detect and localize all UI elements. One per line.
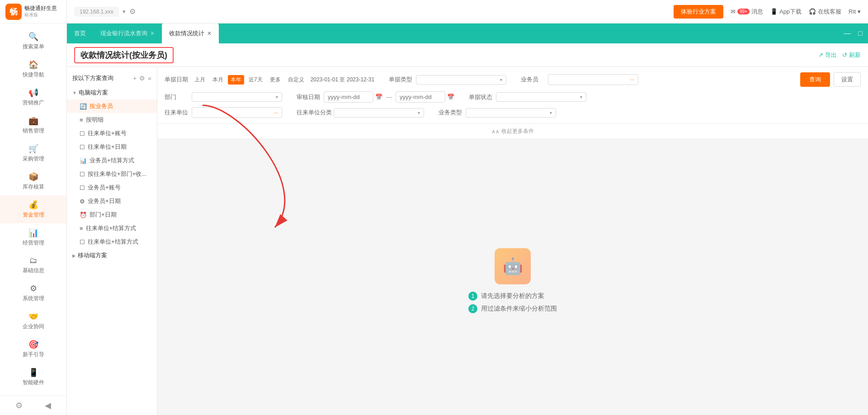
review-date-end[interactable] (396, 91, 445, 103)
sidebar-item-label: 库存核算 (23, 183, 44, 191)
tree-item-dept-date[interactable]: ⏰ 部门+日期 (67, 208, 157, 222)
calendar-end-icon[interactable]: 📅 (447, 94, 454, 100)
tree-item-by-salesperson[interactable]: 🔄 按业务员 (67, 99, 157, 113)
salesperson-select[interactable]: ··· (548, 74, 638, 85)
sidebar-item-operation[interactable]: 📊 经营管理 (0, 223, 66, 251)
sidebar-item-purchase[interactable]: 🛒 采购管理 (0, 139, 66, 167)
refresh-btn[interactable]: ↺ 刷新 (842, 51, 861, 59)
app-download-btn[interactable]: 📱 App下载 (770, 8, 802, 16)
sidebar-item-sales[interactable]: 💼 销售管理 (0, 111, 66, 139)
filter-btn-group: 查询 设置 (800, 72, 861, 87)
top-bar-left: 192.168.1.xxx ▾ ⚙ (74, 7, 136, 17)
date-tab-this-year[interactable]: 本年 (228, 75, 244, 85)
tree-collapse-icon: ▶ (72, 253, 76, 258)
logo-icon: 畅 (5, 4, 22, 20)
message-icon: ✉ (731, 8, 736, 15)
sidebar-item-wechat[interactable]: 💬 企业微信 (0, 391, 66, 396)
tab-collection-stat[interactable]: 收款情况统计 ✕ (162, 24, 219, 43)
address-bar: 192.168.1.xxx (74, 7, 119, 17)
salesperson-more-icon[interactable]: ··· (630, 76, 634, 83)
sidebar-item-quick-nav[interactable]: 🏠 快捷导航 (0, 55, 66, 83)
basic-icon: 🗂 (29, 256, 38, 265)
date-tab-this-month[interactable]: 本月 (210, 75, 226, 85)
tree-item-unit-settlement[interactable]: ≡ 往来单位+结算方式 (67, 222, 157, 235)
tree-item-unit-dept-collect[interactable]: ☐ 按往来单位+部门+收... (67, 167, 157, 181)
sidebar-item-label: 营销推广 (23, 99, 44, 107)
user-avatar[interactable]: Rit ▾ (849, 8, 861, 15)
data-area: 🤖 1 请先选择要分析的方案 2 用过滤条件来缩小分析范围 (157, 139, 868, 415)
tree-item-salesperson-settlement[interactable]: 📊 业务员+结算方式 (67, 154, 157, 167)
sidebar-item-guide[interactable]: 🎯 新手引导 (0, 335, 66, 363)
counterpart-category-select[interactable]: ▾ (334, 108, 424, 118)
settings-button[interactable]: 设置 (834, 72, 861, 87)
sidebar-item-marketing[interactable]: 📢 营销推广 (0, 83, 66, 111)
filter-area: 单据日期 上月 本月 本年 近7天 更多 自定义 2023-01-01 至 20… (157, 67, 868, 124)
tree-item-unit-date[interactable]: ☐ 往来单位+日期 (67, 140, 157, 154)
tree-parent-mobile[interactable]: ▶ 移动端方案 (67, 249, 157, 262)
tab-bar-actions: — □ (842, 28, 868, 39)
query-button[interactable]: 查询 (800, 72, 830, 87)
sidebar-item-label: 新手引导 (23, 351, 44, 358)
panel-collapse-icon[interactable]: « (148, 75, 151, 82)
tree-expand-icon: ▼ (72, 90, 77, 95)
panel-settings-icon[interactable]: ⚙ (139, 75, 145, 82)
message-badge: 99+ (737, 9, 750, 14)
biz-type-select[interactable]: ▾ (466, 108, 556, 118)
tab-maximize-btn[interactable]: □ (856, 28, 864, 39)
settings-bottom-icon[interactable]: ⚙ (15, 401, 23, 410)
panel-add-icon[interactable]: + (133, 75, 137, 82)
address-dropdown-icon[interactable]: ▾ (123, 8, 126, 15)
sidebar-item-inventory[interactable]: 📦 库存核算 (0, 167, 66, 195)
counterpart-select[interactable]: ··· (192, 107, 282, 118)
tree-item-salesperson-account[interactable]: ☐ 业务员+账号 (67, 181, 157, 194)
date-tab-last-month[interactable]: 上月 (192, 75, 208, 85)
tab-bank-flow[interactable]: 现金银行流水查询 ✕ (93, 24, 162, 43)
tree-item-by-detail[interactable]: ≡ 按明细 (67, 113, 157, 127)
tab-home-label: 首页 (74, 29, 86, 38)
sidebar-item-label: 系统管理 (23, 295, 44, 302)
tab-minimize-btn[interactable]: — (842, 28, 853, 39)
sp-account-icon: ☐ (80, 184, 85, 191)
online-service-btn[interactable]: 🎧 在线客服 (809, 8, 841, 16)
date-tab-more[interactable]: 更多 (267, 75, 283, 85)
unit-account-icon: ☐ (80, 130, 85, 137)
settings-icon[interactable]: ⚙ (129, 7, 136, 16)
tab-collection-stat-close[interactable]: ✕ (207, 30, 212, 37)
salesperson-label: 业务员 (521, 75, 546, 84)
tree-item-unit-account[interactable]: ☐ 往来单位+账号 (67, 127, 157, 140)
message-btn[interactable]: ✉ 99+ 消息 (731, 8, 763, 16)
tree-item-unit-settlement2[interactable]: ☐ 往来单位+结算方式 (67, 235, 157, 249)
tab-home[interactable]: 首页 (67, 24, 93, 43)
sidebar-item-system[interactable]: ⚙ 系统管理 (0, 279, 66, 307)
date-tab-custom[interactable]: 自定义 (285, 75, 307, 85)
sidebar-item-enterprise[interactable]: 🤝 企业协同 (0, 307, 66, 335)
service-icon: 🎧 (809, 8, 816, 15)
calendar-start-icon[interactable]: 📅 (375, 94, 382, 100)
voucher-type-select[interactable]: ▾ (416, 75, 506, 85)
counterpart-more[interactable]: ··· (274, 109, 278, 116)
hint-item-2: 2 用过滤条件来缩小分析范围 (468, 304, 557, 313)
voucher-status-select[interactable]: ▾ (496, 92, 586, 102)
dept-select[interactable]: ▾ (192, 92, 282, 102)
sidebar-item-hardware[interactable]: 📱 智能硬件 (0, 363, 66, 391)
export-label: 导出 (825, 51, 837, 59)
biz-type-label: 业务类型 (439, 108, 464, 117)
sidebar-item-finance[interactable]: 💰 资金管理 (0, 195, 66, 223)
tree-item-label: 业务员+账号 (88, 184, 121, 192)
sidebar-item-search[interactable]: 🔍 搜索菜单 (0, 27, 66, 55)
download-icon: 📱 (770, 8, 778, 15)
tree-item-label: 按往来单位+部门+收... (88, 170, 146, 178)
date-tab-7days[interactable]: 近7天 (246, 75, 265, 85)
tree-item-salesperson-date[interactable]: ⚙ 业务员+日期 (67, 194, 157, 208)
collapse-bar[interactable]: ∧∧ 收起更多条件 (157, 124, 868, 139)
filter-row-1: 单据日期 上月 本月 本年 近7天 更多 自定义 2023-01-01 至 20… (165, 72, 861, 87)
trial-button[interactable]: 体验行业方案 (674, 5, 723, 19)
export-btn[interactable]: ↗ 导出 (818, 51, 837, 59)
tree-parent-desktop[interactable]: ▼ 电脑端方案 (67, 86, 157, 99)
unit-dept-icon: ☐ (80, 171, 85, 178)
sidebar-item-basic[interactable]: 🗂 基础信息 (0, 251, 66, 279)
tab-bank-flow-close[interactable]: ✕ (150, 30, 155, 37)
refresh-label: 刷新 (849, 51, 861, 59)
collapse-sidebar-icon[interactable]: ◀ (45, 401, 51, 410)
review-date-start[interactable] (324, 91, 373, 103)
